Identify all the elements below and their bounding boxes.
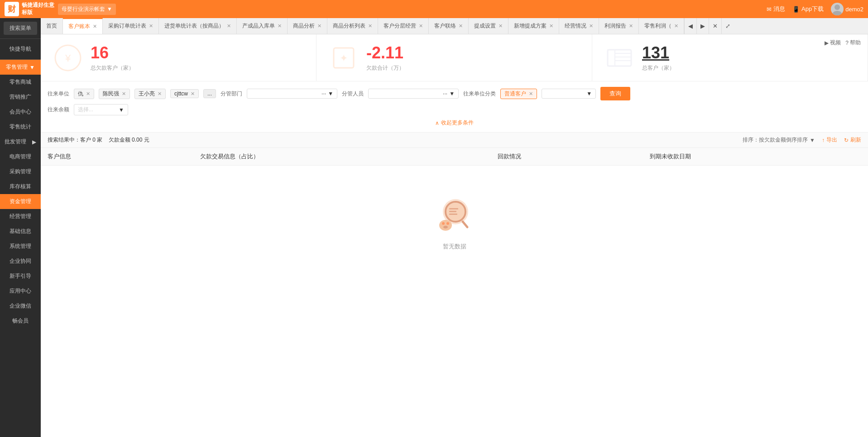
svg-rect-7	[608, 50, 615, 66]
dept-chevron-icon: ▼	[328, 90, 333, 97]
sidebar-item-batch-manage[interactable]: 批发管理 ▶	[0, 134, 41, 149]
search-menu-btn[interactable]: 搜索菜单	[4, 22, 37, 35]
sidebar-search-area: 搜索菜单	[0, 18, 41, 39]
tab-customer-book[interactable]: 客户账本 ✕	[63, 18, 103, 34]
tab-customer-contact[interactable]: 客户联络 ✕	[429, 18, 469, 34]
app-download-btn[interactable]: 📱 App下载	[792, 5, 824, 13]
help-icon: ?	[845, 40, 849, 46]
tab-close-profit-report[interactable]: ✕	[629, 23, 633, 29]
tab-profit-report[interactable]: 利润报告 ✕	[599, 18, 639, 34]
logo-area: 财 畅捷通好生意 标版	[5, 2, 54, 16]
unit-category-select[interactable]: ▼	[542, 89, 596, 99]
sidebar-item-base-info[interactable]: 基础信息	[0, 224, 41, 239]
remainder-select[interactable]: 选择... ▼	[74, 104, 128, 115]
remove-tag-qiu[interactable]: ✕	[86, 91, 90, 97]
person-select[interactable]: ··· ▼	[368, 89, 459, 99]
tab-close-customer-segment[interactable]: ✕	[419, 23, 423, 29]
collapse-filters-btn[interactable]: ∧ 收起更多条件	[435, 119, 474, 127]
tab-customer-segment[interactable]: 客户分层经营 ✕	[378, 18, 429, 34]
sidebar-item-purchase[interactable]: 采购管理	[0, 164, 41, 179]
tab-new-raise-plan[interactable]: 新增提成方案 ✕	[508, 18, 559, 34]
tab-goods-analysis-list[interactable]: 商品分析列表 ✕	[327, 18, 378, 34]
refresh-btn[interactable]: ↻ 刷新	[844, 136, 861, 144]
tab-scroll-left[interactable]: ◀	[684, 18, 696, 34]
sort-select[interactable]: 排序：按欠款金额倒序排序 ▼	[743, 136, 815, 144]
tab-purchase-order[interactable]: 采购订单统计表 ✕	[103, 18, 159, 34]
tab-close-customer-contact[interactable]: ✕	[459, 23, 463, 29]
account-selector[interactable]: 母婴行业演示帐套 ▼	[58, 4, 116, 15]
dept-select[interactable]: ··· ▼	[247, 89, 337, 99]
empty-text: 暂无数据	[443, 242, 466, 251]
sidebar-item-marketing[interactable]: 营销推广	[0, 90, 41, 104]
unit-category-label: 往来单位分类	[463, 90, 496, 98]
remove-cat-normal[interactable]: ✕	[529, 91, 533, 97]
tab-close-goods-in-stat[interactable]: ✕	[227, 23, 231, 29]
summary-card-total-customers: ▶ 视频 ? 帮助	[592, 34, 868, 81]
tab-close-operations-status[interactable]: ✕	[589, 23, 593, 29]
user-account[interactable]: demo2	[831, 3, 863, 15]
tab-close-purchase-order[interactable]: ✕	[149, 23, 153, 29]
tab-close-new-raise-plan[interactable]: ✕	[549, 23, 553, 29]
summary-card-data-1: 16 总欠款客户（家）	[91, 43, 134, 72]
tab-raise-setting[interactable]: 提成设置 ✕	[469, 18, 508, 34]
tab-maximize[interactable]: ⤢	[721, 18, 734, 34]
svg-line-16	[463, 222, 467, 227]
sidebar-item-retail-stats[interactable]: 零售统计	[0, 119, 41, 134]
sidebar-item-ecommerce[interactable]: 电商管理	[0, 149, 41, 164]
filter-cat-normal[interactable]: 普通客户 ✕	[500, 89, 537, 99]
tab-goods-analysis[interactable]: 商品分析 ✕	[288, 18, 327, 34]
svg-point-21	[443, 226, 448, 228]
sidebar-item-inventory[interactable]: 库存核算	[0, 179, 41, 194]
tab-close-goods-analysis-list[interactable]: ✕	[368, 23, 372, 29]
remove-tag-chen[interactable]: ✕	[122, 91, 126, 97]
tab-scroll-right[interactable]: ▶	[696, 18, 709, 34]
filter-tag-chen[interactable]: 陈民强 ✕	[99, 89, 130, 99]
collapse-icon: ∧	[435, 120, 439, 126]
remove-tag-cjttcw[interactable]: ✕	[191, 91, 195, 97]
col-customer-info: 客户信息	[41, 148, 193, 166]
tab-home[interactable]: 首页	[41, 18, 63, 34]
filter-row-2: 往来余额 选择... ▼	[48, 104, 861, 115]
filter-tag-qiu[interactable]: 仇 ✕	[74, 89, 94, 99]
tab-close-goods-analysis[interactable]: ✕	[317, 23, 321, 29]
sidebar-item-retail-mall[interactable]: 零售商城	[0, 75, 41, 90]
video-link[interactable]: ▶ 视频	[825, 39, 841, 47]
sidebar-item-quick-nav[interactable]: 快捷导航	[0, 42, 41, 57]
messages-btn[interactable]: ✉ 消息	[767, 5, 785, 13]
search-actions: 排序：按欠款金额倒序排序 ▼ ↑ 导出 ↻ 刷新	[743, 136, 861, 144]
col-repay-status: 回款情况	[491, 148, 643, 166]
tab-close-raise-setting[interactable]: ✕	[499, 23, 503, 29]
sidebar-item-operations[interactable]: 经营管理	[0, 209, 41, 224]
sidebar-section-retail[interactable]: 零售管理 ▼	[0, 60, 41, 75]
debt-amount-label: 欠款合计（万）	[366, 64, 404, 72]
tab-retail-profit[interactable]: 零售利润（ ✕	[639, 18, 684, 34]
sidebar-item-new-guide[interactable]: 新手引导	[0, 269, 41, 284]
tab-close-product-in[interactable]: ✕	[278, 23, 282, 29]
total-customers-icon	[606, 44, 633, 71]
tab-close-customer-book[interactable]: ✕	[93, 24, 97, 29]
filter-tag-cjttcw[interactable]: cjttcw ✕	[170, 89, 199, 98]
tab-close-all[interactable]: ✕	[709, 18, 721, 34]
sidebar-item-enterprise-coop[interactable]: 企业协同	[0, 254, 41, 269]
tab-operations-status[interactable]: 经营情况 ✕	[559, 18, 599, 34]
svg-point-18	[439, 220, 452, 231]
tab-close-retail-profit[interactable]: ✕	[674, 23, 678, 29]
col-debt-info: 欠款交易信息（占比）	[193, 148, 491, 166]
main-layout: 搜索菜单 快捷导航 零售管理 ▼ 零售商城 营销推广 会员中心 零售统计 批发管…	[0, 18, 868, 437]
sidebar-item-app-center[interactable]: 应用中心	[0, 284, 41, 299]
sidebar-item-member[interactable]: 畅会员	[0, 314, 41, 328]
sidebar-item-finance[interactable]: 资金管理	[0, 194, 41, 209]
table-header-row: 客户信息 欠款交易信息（占比） 回款情况 到期未收款日期	[41, 148, 868, 166]
filter-tag-more[interactable]: ...	[203, 89, 216, 98]
query-button[interactable]: 查询	[600, 87, 630, 100]
message-icon: ✉	[767, 6, 772, 13]
remove-tag-wang[interactable]: ✕	[158, 91, 162, 97]
tab-goods-in-stat[interactable]: 进货单统计表（按商品） ✕	[159, 18, 237, 34]
help-link[interactable]: ? 帮助	[845, 39, 861, 47]
sidebar-item-enterprise-wechat[interactable]: 企业微信	[0, 299, 41, 314]
filter-tag-wang[interactable]: 王小亮 ✕	[134, 89, 166, 99]
sidebar-item-member-center[interactable]: 会员中心	[0, 104, 41, 119]
sidebar-item-system[interactable]: 系统管理	[0, 239, 41, 254]
export-btn[interactable]: ↑ 导出	[822, 136, 837, 144]
tab-product-in[interactable]: 产成品入库单 ✕	[237, 18, 288, 34]
